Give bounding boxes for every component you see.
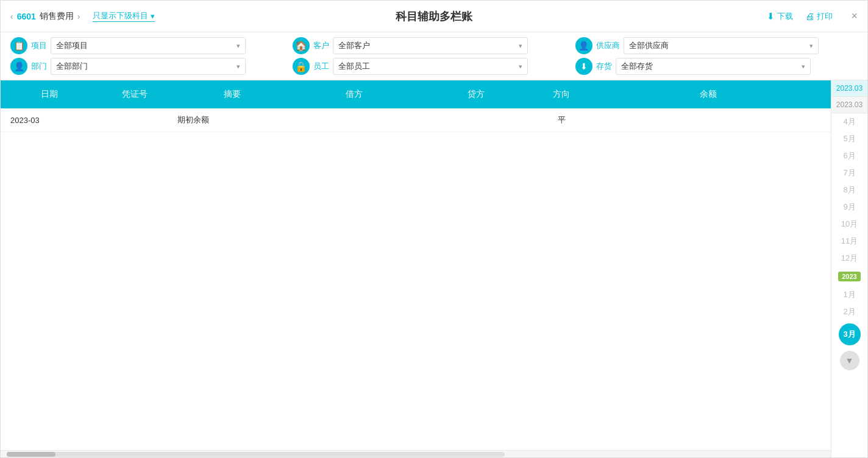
project-arrow: ▾ [237,42,240,50]
supplier-value: 全部供应商 [629,40,669,51]
sidebar-month-6[interactable]: 6月 [831,147,867,164]
filter-supplier: 👤 供应商 全部供应商 ▾ [575,37,858,54]
down-icon: ▼ [845,356,854,365]
main-content: 日期 凭证号 摘要 借方 贷方 方向 余额 2023-03 [1,80,831,457]
sidebar-month-2[interactable]: 2月 [831,303,867,320]
dept-icon: 👤 [10,58,27,75]
project-icon: 📋 [10,37,27,54]
cell-direction: 平 [537,108,586,132]
month-label-5: 5月 [843,134,855,143]
staff-arrow: ▾ [519,63,522,71]
period-label-2: 2023.03 [836,100,863,109]
month-label-1: 1月 [843,290,855,299]
supplier-label: 供应商 [596,40,620,51]
supplier-icon: 👤 [575,37,592,54]
account-name: 销售费用 [40,11,74,22]
sidebar-month-3[interactable]: 3月 [831,320,867,348]
month-label-2: 2月 [843,307,855,316]
staff-value: 全部员工 [338,61,370,72]
month-label-7: 7月 [843,168,855,177]
show-sub-label: 只显示下级科目 [93,10,148,21]
sidebar-month-7[interactable]: 7月 [831,164,867,181]
customer-arrow: ▾ [519,42,522,50]
print-icon: 🖨 [805,11,814,21]
close-btn[interactable]: × [851,10,858,23]
table-header: 日期 凭证号 摘要 借方 贷方 方向 余额 [1,80,831,108]
sidebar-month-9[interactable]: 9月 [831,199,867,216]
print-label: 打印 [817,11,833,22]
month-label-9: 9月 [843,202,855,211]
scrollbar-thumb[interactable] [7,452,55,457]
inventory-select[interactable]: 全部存货 ▾ [616,58,811,75]
col-credit: 贷方 [415,80,537,108]
cell-debit [293,108,415,132]
nav-prev-btn[interactable]: ‹ [10,12,13,21]
inventory-value: 全部存货 [621,61,653,72]
sidebar-month-5[interactable]: 5月 [831,130,867,147]
filter-inventory: ⬇ 存货 全部存货 ▾ [575,58,858,75]
inventory-icon: ⬇ [575,58,592,75]
supplier-select[interactable]: 全部供应商 ▾ [624,37,819,54]
table-scroll-area[interactable]: 日期 凭证号 摘要 借方 贷方 方向 余额 2023-03 [1,80,831,450]
sidebar-month-4[interactable]: 4月 [831,113,867,130]
current-month-circle: 3月 [839,323,861,345]
col-summary: 摘要 [171,80,293,108]
month-label-12: 12月 [841,253,858,262]
sidebar-year-2023[interactable]: 2023 [831,267,867,286]
filter-customer: 🏠 客户 全部客户 ▾ [293,37,575,54]
col-voucher: 凭证号 [98,80,171,108]
dept-select[interactable]: 全部部门 ▾ [51,58,246,75]
dept-value: 全部部门 [56,61,88,72]
cell-credit [415,108,537,132]
supplier-arrow: ▾ [809,42,813,50]
sidebar-period-2023-03-1[interactable]: 2023.03 [831,80,867,97]
project-select[interactable]: 全部项目 ▾ [51,37,246,54]
dept-arrow: ▾ [237,63,240,71]
print-btn[interactable]: 🖨 打印 [805,11,833,22]
dept-label: 部门 [31,61,47,72]
cell-balance [586,108,831,132]
customer-value: 全部客户 [338,40,370,51]
staff-icon: 🔒 [293,58,310,75]
col-date: 日期 [1,80,98,108]
col-debit: 借方 [293,80,415,108]
sidebar-down-btn[interactable]: ▼ [840,351,859,370]
filter-area: 📋 项目 全部项目 ▾ 🏠 客户 全部客户 ▾ 👤 供应商 [1,32,867,80]
bottom-scrollbar[interactable] [1,450,831,457]
filter-project: 📋 项目 全部项目 ▾ [10,37,293,54]
customer-label: 客户 [313,40,329,51]
main-window: ‹ 6601 销售费用 › 只显示下级科目 ▾ 科目辅助多栏账 ⬇ 下载 🖨 打… [0,0,868,458]
month-label-4: 4月 [843,117,855,126]
project-label: 项目 [31,40,47,51]
account-nav: ‹ 6601 销售费用 › [10,11,80,22]
filter-row-2: 👤 部门 全部部门 ▾ 🔒 员工 全部员工 ▾ ⬇ 存货 [10,58,858,75]
customer-select[interactable]: 全部客户 ▾ [333,37,528,54]
cell-summary: 期初余额 [171,108,293,132]
cell-date: 2023-03 [1,108,98,132]
top-actions: ⬇ 下载 🖨 打印 × [767,10,858,23]
table-body: 2023-03 期初余额 平 [1,108,831,132]
filter-dept: 👤 部门 全部部门 ▾ [10,58,293,75]
show-sub-arrow: ▾ [151,12,155,21]
sidebar-period-2023-03-2[interactable]: 2023.03 [831,97,867,113]
right-sidebar: 2023.03 2023.03 4月 5月 6月 7月 8月 9月 [831,80,867,457]
sidebar-month-8[interactable]: 8月 [831,181,867,199]
content-area: 日期 凭证号 摘要 借方 贷方 方向 余额 2023-03 [1,80,867,457]
sidebar-month-10[interactable]: 10月 [831,216,867,233]
table-row: 2023-03 期初余额 平 [1,108,831,132]
filter-row-1: 📋 项目 全部项目 ▾ 🏠 客户 全部客户 ▾ 👤 供应商 [10,37,858,54]
filter-staff: 🔒 员工 全部员工 ▾ [293,58,575,75]
sidebar-month-12[interactable]: 12月 [831,250,867,267]
page-title: 科目辅助多栏账 [396,9,472,24]
download-label: 下载 [777,11,793,22]
staff-select[interactable]: 全部员工 ▾ [333,58,528,75]
scrollbar-track [7,452,505,457]
inventory-label: 存货 [596,61,612,72]
show-sub-btn[interactable]: 只显示下级科目 ▾ [93,10,155,22]
project-value: 全部项目 [56,40,88,51]
sidebar-month-11[interactable]: 11月 [831,233,867,250]
download-btn[interactable]: ⬇ 下载 [767,11,793,22]
nav-next-btn[interactable]: › [77,12,80,21]
inventory-arrow: ▾ [802,63,805,71]
sidebar-month-1[interactable]: 1月 [831,286,867,303]
